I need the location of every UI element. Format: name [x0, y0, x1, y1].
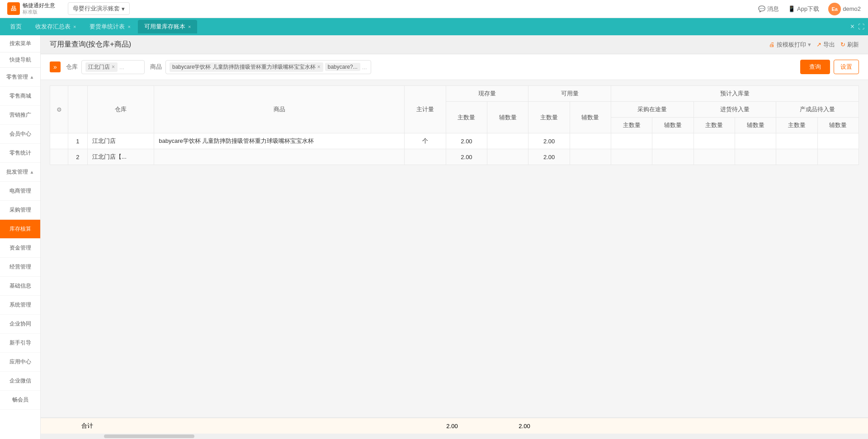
print-button[interactable]: 🖨 按模板打印 ▾	[769, 41, 811, 49]
sidebar-item-finance[interactable]: 资金管理	[0, 239, 40, 258]
row2-production-aux	[817, 149, 859, 165]
th-purchase-aux: 辅数量	[652, 118, 693, 133]
sidebar-search[interactable]: 搜索菜单	[0, 35, 40, 52]
table-settings-icon: ⚙	[57, 106, 62, 113]
th-production-group: 产成品待入量	[776, 102, 859, 118]
sidebar-item-basic-info[interactable]: 基础信息	[0, 277, 40, 296]
filter-expand-button[interactable]: »	[50, 61, 61, 72]
warehouse-more-button[interactable]: ...	[119, 64, 124, 71]
refresh-icon: ↻	[840, 41, 845, 48]
row1-transfer-aux	[735, 133, 776, 149]
sidebar: 搜索菜单 快捷导航 零售管理 ▲ 零售商城 营销推广 会员中心 零售统计 批发管…	[0, 35, 41, 439]
nav-tabs: 首页 收发存汇总表 × 要货单统计表 × 可用量库存账本 × × ⛶	[0, 18, 868, 35]
tab-home[interactable]: 首页	[4, 20, 28, 33]
sidebar-item-marketing-label: 营销推广	[9, 111, 31, 119]
table-row: 1 江北门店 babycare学饮杯 儿童防摔防撞吸管杯重力球吸嘴杯宝宝水杯 个…	[50, 133, 859, 149]
sidebar-item-member[interactable]: 会员中心	[0, 125, 40, 144]
th-production-aux: 辅数量	[817, 118, 859, 133]
tab-order-stats[interactable]: 要货单统计表 ×	[83, 20, 137, 33]
product-more-button[interactable]: ...	[362, 64, 367, 71]
th-avail-aux: 辅数量	[570, 102, 611, 133]
page-actions: 🖨 按模板打印 ▾ ↗ 导出 ↻ 刷新	[769, 41, 859, 49]
th-unit: 主计量	[405, 86, 446, 133]
sidebar-item-operation[interactable]: 经营管理	[0, 258, 40, 277]
sidebar-item-enterprise-label: 企业协同	[9, 320, 31, 328]
sidebar-item-ecommerce[interactable]: 电商管理	[0, 182, 40, 201]
th-purchase-group: 采购在途量	[611, 102, 694, 118]
brand-logo: 品 畅捷通好生意 标准版	[7, 2, 55, 15]
sidebar-item-member-plus[interactable]: 畅会员	[0, 391, 40, 410]
th-transfer-main: 主数量	[693, 118, 735, 133]
product-tag-1: babycare学饮杯 儿童防摔防撞吸管杯重力球吸嘴杯宝宝水杯 ×	[170, 62, 323, 72]
sidebar-item-wholesale-mgmt-label: 批发管理	[6, 168, 28, 176]
industry-selector[interactable]: 母婴行业演示账套 ▾	[68, 2, 130, 15]
product-tag-1-remove[interactable]: ×	[317, 64, 321, 70]
sidebar-item-new-guide[interactable]: 新手引导	[0, 334, 40, 353]
row2-production-main	[776, 149, 817, 165]
warehouse-filter-input[interactable]: 江北门店 × ...	[81, 60, 145, 74]
top-bar-right: 💬 消息 📱 App下载 Ea demo2	[758, 3, 861, 15]
sidebar-item-retail-stats[interactable]: 零售统计	[0, 144, 40, 163]
app-download-button[interactable]: 📱 App下载	[788, 5, 819, 13]
sidebar-item-enterprise[interactable]: 企业协同	[0, 315, 40, 334]
refresh-button[interactable]: ↻ 刷新	[840, 41, 859, 49]
message-icon: 💬	[758, 5, 765, 12]
product-filter-input[interactable]: babycare学饮杯 儿童防摔防撞吸管杯重力球吸嘴杯宝宝水杯 × babyca…	[165, 60, 371, 74]
row2-stock-main: 2.00	[446, 149, 487, 165]
row1-settings	[50, 133, 68, 149]
sidebar-item-system[interactable]: 系统管理	[0, 296, 40, 315]
export-label: 导出	[823, 41, 835, 49]
footer-label: 合计	[81, 422, 118, 430]
th-settings[interactable]: ⚙	[50, 86, 68, 133]
user-profile[interactable]: Ea demo2	[828, 3, 861, 15]
row1-stock-main: 2.00	[446, 133, 487, 149]
row2-stock-aux	[487, 149, 528, 165]
sidebar-item-member-label: 会员中心	[9, 130, 31, 138]
close-all-button[interactable]: ×	[850, 23, 854, 31]
tab-order-stats-label: 要货单统计表	[90, 23, 125, 31]
sidebar-item-corp-wechat[interactable]: 企业微信	[0, 372, 40, 391]
tab-inventory-close[interactable]: ×	[188, 24, 191, 29]
message-button[interactable]: 💬 消息	[758, 5, 779, 13]
warehouse-tag-remove[interactable]: ×	[112, 64, 115, 70]
tab-inventory[interactable]: 可用量库存账本 ×	[138, 20, 197, 33]
chevron-down-icon: ▾	[122, 5, 125, 12]
sidebar-item-member-plus-label: 畅会员	[12, 396, 28, 404]
sidebar-quick-nav[interactable]: 快捷导航	[0, 52, 40, 68]
tab-receivable-close[interactable]: ×	[73, 24, 76, 29]
tab-home-label: 首页	[10, 23, 22, 31]
query-button[interactable]: 查询	[800, 60, 830, 74]
tab-order-stats-close[interactable]: ×	[127, 24, 130, 29]
export-button[interactable]: ↗ 导出	[816, 41, 835, 49]
page-title: 可用量查询(按仓库+商品)	[50, 40, 131, 49]
export-icon: ↗	[816, 41, 821, 48]
sidebar-item-retail-mall[interactable]: 零售商城	[0, 87, 40, 106]
tab-receivable[interactable]: 收发存汇总表 ×	[29, 20, 82, 33]
row1-warehouse: 江北门店	[87, 133, 154, 149]
th-stock-group: 现存量	[446, 86, 528, 102]
sidebar-item-retail-mall-label: 零售商城	[9, 92, 31, 100]
horizontal-scrollbar[interactable]	[104, 434, 194, 438]
sidebar-item-purchase[interactable]: 采购管理	[0, 201, 40, 220]
tab-controls: × ⛶	[850, 23, 864, 31]
message-label: 消息	[767, 5, 779, 13]
product-tag-1-value: babycare学饮杯 儿童防摔防撞吸管杯重力球吸嘴杯宝宝水杯	[172, 63, 316, 71]
th-transfer-aux: 辅数量	[735, 118, 776, 133]
sidebar-item-inventory-check[interactable]: 库存核算	[0, 220, 40, 239]
tab-inventory-label: 可用量库存账本	[144, 23, 185, 31]
sidebar-item-new-guide-label: 新手引导	[9, 339, 31, 347]
row2-purchase-aux	[652, 149, 693, 165]
settings-button[interactable]: 设置	[834, 60, 859, 74]
sidebar-item-marketing[interactable]: 营销推广	[0, 106, 40, 125]
row2-purchase-main	[611, 149, 652, 165]
fullscreen-button[interactable]: ⛶	[858, 23, 864, 30]
sidebar-item-app-center[interactable]: 应用中心	[0, 353, 40, 372]
content-area: 可用量查询(按仓库+商品) 🖨 按模板打印 ▾ ↗ 导出 ↻ 刷新 »	[41, 35, 868, 439]
th-transfer-group: 进货待入量	[693, 102, 776, 118]
sidebar-item-retail-mgmt[interactable]: 零售管理 ▲	[0, 68, 40, 87]
row2-avail-main: 2.00	[528, 149, 570, 165]
row1-purchase-main	[611, 133, 652, 149]
sidebar-item-wholesale-mgmt[interactable]: 批发管理 ▲	[0, 163, 40, 182]
row2-warehouse: 江北门店【...	[87, 149, 154, 165]
user-name: demo2	[843, 5, 861, 12]
